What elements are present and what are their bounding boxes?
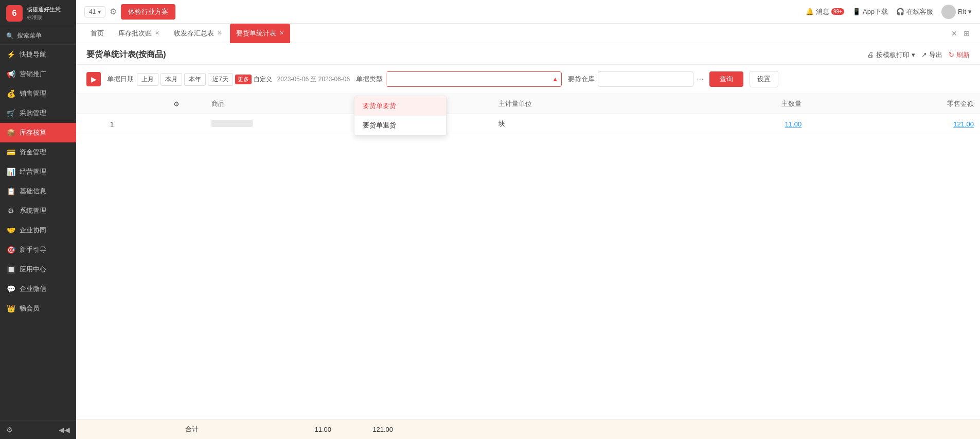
logo-icon: 6 — [6, 5, 23, 22]
date-btn-this-month[interactable]: 本月 — [161, 73, 182, 86]
row-unit: 块 — [492, 114, 636, 134]
collapse-sidebar-button[interactable]: ◀◀ — [59, 426, 70, 434]
tab-inventory-batch-close[interactable]: ✕ — [155, 30, 159, 36]
more-filters-icon[interactable]: ··· — [697, 75, 703, 84]
warehouse-filter-input[interactable] — [598, 71, 693, 87]
dropdown-item-return-label: 要货单退货 — [363, 121, 396, 129]
phone-icon: 📱 — [852, 8, 861, 15]
query-button[interactable]: 查询 — [709, 71, 743, 87]
tab-receive-summary-label: 收发存汇总表 — [174, 29, 214, 38]
sidebar-nav: ⚡ 快捷导航 📢 营销推广 💰 销售管理 🛒 采购管理 📦 库存核算 💳 资金管… — [0, 45, 76, 420]
sidebar-item-label: 新手引导 — [20, 245, 46, 254]
filter-toggle-button[interactable]: ▶ — [86, 72, 101, 86]
page-title: 要货单统计表(按商品) — [86, 49, 166, 60]
tab-inventory-batch[interactable]: 库存批次账 ✕ — [112, 24, 166, 43]
system-icon: ⚙ — [6, 206, 15, 215]
date-custom-btn[interactable]: 自定义 — [254, 75, 272, 84]
export-button[interactable]: ↗ 导出 — [921, 50, 942, 60]
dropdown-item-order[interactable]: 要货单要货 — [354, 96, 446, 116]
page-header: 要货单统计表(按商品) 🖨 按模板打印 ▾ ↗ 导出 ↻ 刷新 — [76, 43, 980, 65]
tab-home[interactable]: 首页 — [84, 24, 110, 43]
online-service-button[interactable]: 🎧 在线客服 — [896, 7, 933, 16]
app-download-label: App下载 — [863, 7, 888, 16]
tab-receive-summary-close[interactable]: ✕ — [217, 30, 222, 36]
refresh-button[interactable]: ↻ 刷新 — [949, 50, 970, 60]
date-btn-last-7-days[interactable]: 近7天 — [208, 73, 233, 86]
tabs-bar: 首页 库存批次账 ✕ 收发存汇总表 ✕ 要货单统计表 ✕ ✕ ⊞ — [76, 24, 980, 43]
trial-button[interactable]: 体验行业方案 — [121, 4, 175, 20]
sidebar-item-inventory[interactable]: 📦 库存核算 — [0, 123, 76, 142]
user-menu[interactable]: Rit ▾ — [941, 5, 972, 19]
print-template-label: 按模板打印 — [876, 50, 910, 60]
member-icon: 👑 — [6, 304, 15, 313]
row-amount-link[interactable]: 121.00 — [953, 120, 974, 128]
inventory-icon: 📦 — [6, 128, 15, 137]
main-area: 41 ▾ ⚙ 体验行业方案 🔔 消息 99+ 📱 App下载 🎧 在线客服 — [76, 0, 980, 439]
guide-icon: 🎯 — [6, 245, 15, 254]
messages-badge: 99+ — [831, 8, 844, 15]
date-btn-last-month[interactable]: 上月 — [137, 73, 158, 86]
refresh-label: 刷新 — [956, 50, 970, 60]
sidebar-item-wechat[interactable]: 💬 企业微信 — [0, 279, 76, 299]
warehouse-filter-group: 要货仓库 ··· — [568, 71, 703, 87]
store-number: 41 — [89, 8, 96, 15]
col-settings-header[interactable]: ⚙ — [148, 94, 205, 114]
close-all-tabs-button[interactable]: ✕ — [949, 27, 959, 40]
row-product — [205, 114, 492, 134]
sidebar-item-operation[interactable]: 📊 经营管理 — [0, 162, 76, 181]
date-filter-label: 单据日期 — [107, 75, 134, 84]
column-settings-button[interactable]: 设置 — [750, 71, 778, 87]
sidebar-item-member[interactable]: 👑 畅会员 — [0, 299, 76, 318]
export-icon: ↗ — [921, 51, 927, 59]
finance-icon: 💳 — [6, 148, 15, 157]
messages-label: 消息 — [816, 7, 829, 16]
topbar-left: 41 ▾ ⚙ 体验行业方案 — [84, 4, 175, 20]
sidebar-item-basic[interactable]: 📋 基础信息 — [0, 181, 76, 201]
sidebar-item-purchase[interactable]: 🛒 采购管理 — [0, 103, 76, 123]
sidebar-item-sales[interactable]: 💰 销售管理 — [0, 84, 76, 103]
search-menu[interactable]: 🔍 搜索菜单 — [0, 27, 76, 45]
row-qty-link[interactable]: 11.00 — [785, 120, 802, 128]
col-qty-header: 主数量 — [636, 94, 808, 114]
tab-order-stats[interactable]: 要货单统计表 ✕ — [230, 24, 290, 43]
sidebar-item-label: 营销推广 — [20, 69, 46, 79]
sidebar-item-collab[interactable]: 🤝 企业协同 — [0, 221, 76, 240]
avatar — [941, 5, 956, 19]
basic-icon: 📋 — [6, 187, 15, 196]
settings-icon[interactable]: ⚙ — [110, 7, 117, 16]
tab-inventory-batch-label: 库存批次账 — [118, 29, 152, 38]
chevron-down-icon: ▾ — [912, 51, 915, 59]
date-more-badge[interactable]: 更多 — [235, 75, 252, 84]
table-row: 1 块 11.00 121.00 — [76, 114, 980, 134]
type-filter-input[interactable] — [386, 72, 549, 86]
table-header-row: ⚙ 商品 主计量单位 主数量 零售金额 — [76, 94, 980, 114]
sidebar-item-system[interactable]: ⚙ 系统管理 — [0, 201, 76, 221]
store-selector[interactable]: 41 ▾ — [84, 6, 105, 17]
type-dropdown-menu: 要货单要货 要货单退货 — [354, 96, 447, 136]
sidebar-item-marketing[interactable]: 📢 营销推广 — [0, 64, 76, 84]
sidebar-item-appstore[interactable]: 🔲 应用中心 — [0, 260, 76, 279]
settings-footer-icon[interactable]: ⚙ — [6, 426, 13, 434]
type-filter-select[interactable]: ▲ — [386, 71, 562, 87]
expand-tabs-button[interactable]: ⊞ — [961, 27, 972, 40]
sidebar-item-quick-nav[interactable]: ⚡ 快捷导航 — [0, 45, 76, 64]
footer-label: 合计 — [185, 425, 199, 434]
tab-receive-summary[interactable]: 收发存汇总表 ✕ — [168, 24, 228, 43]
sidebar-item-finance[interactable]: 💳 资金管理 — [0, 142, 76, 162]
search-menu-label: 搜索菜单 — [17, 31, 42, 40]
type-select-arrow-up-icon[interactable]: ▲ — [549, 76, 561, 83]
sidebar-item-label: 畅会员 — [20, 304, 40, 313]
quick-nav-icon: ⚡ — [6, 50, 15, 59]
footer-qty: 11.00 — [276, 426, 337, 433]
sidebar-item-guide[interactable]: 🎯 新手引导 — [0, 240, 76, 260]
refresh-icon: ↻ — [949, 51, 954, 59]
app-download-button[interactable]: 📱 App下载 — [852, 7, 888, 16]
date-btn-this-year[interactable]: 本年 — [184, 73, 206, 86]
dropdown-item-return[interactable]: 要货单退货 — [354, 116, 446, 135]
tab-order-stats-close[interactable]: ✕ — [279, 30, 284, 36]
footer-amount: 121.00 — [337, 426, 399, 433]
tab-home-label: 首页 — [91, 29, 104, 38]
messages-button[interactable]: 🔔 消息 99+ — [806, 7, 844, 16]
warehouse-filter-label: 要货仓库 — [568, 75, 595, 84]
print-template-button[interactable]: 🖨 按模板打印 ▾ — [867, 50, 915, 60]
